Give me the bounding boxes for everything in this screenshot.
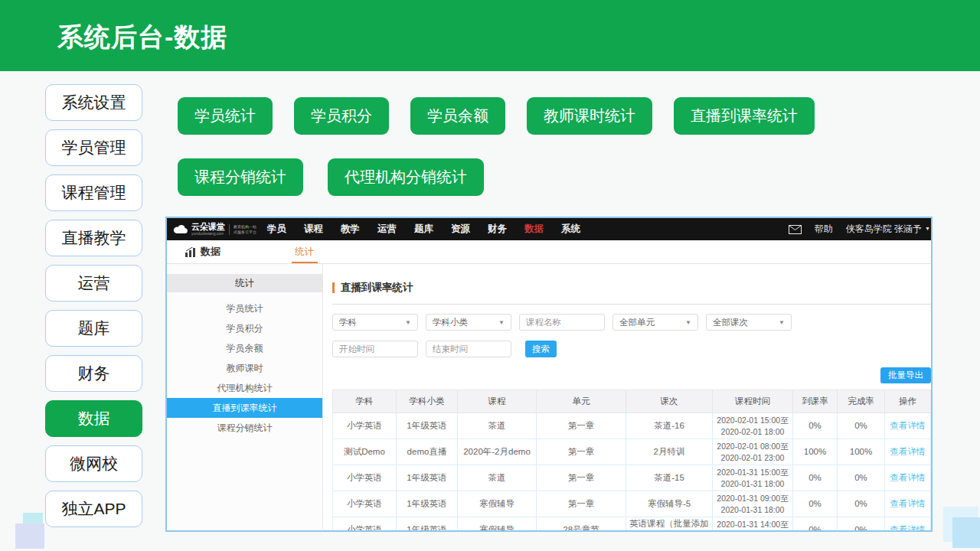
view-detail-link[interactable]: 查看详情 (890, 473, 926, 482)
decorative-square (15, 523, 44, 549)
sidebar-item-micro-school[interactable]: 微网校 (45, 445, 142, 482)
table-cell: demo直播 (397, 439, 458, 465)
table-cell: 2020-02-01 15:00至2020-02-01 18:00 (713, 413, 793, 439)
panel-item-course-distribution[interactable]: 课程分销统计 (167, 418, 322, 438)
nav-item-questions[interactable]: 题库 (414, 223, 433, 236)
mail-icon[interactable] (789, 225, 802, 234)
table-cell: 1年级英语 (397, 491, 458, 517)
view-detail-link[interactable]: 查看详情 (890, 421, 926, 430)
sidebar-item-standalone-app[interactable]: 独立APP (45, 491, 142, 527)
quick-button-student-points[interactable]: 学员积分 (294, 97, 389, 135)
tab-statistics[interactable]: 统计 (295, 240, 314, 263)
sidebar: 系统设置学员管理课程管理直播教学运营题库财务数据微网校独立APP (45, 84, 142, 536)
view-detail-link[interactable]: 查看详情 (890, 499, 926, 508)
quick-button-teacher-hours-stats[interactable]: 教师课时统计 (527, 97, 652, 135)
subject-subcategory-select[interactable]: 学科小类 ▼ (426, 314, 511, 331)
filter-row-1: 学科 ▼ 学科小类 ▼ 全部单元 ▼ 全部课次 ▼ (332, 314, 931, 331)
table-cell: 2020-01-31 14:00至2020-01-31 18:00 (713, 517, 793, 533)
logo-tagline: 教育机构一站 式服务云平台 (234, 224, 256, 235)
stats-main: 直播到课率统计 学科 ▼ 学科小类 ▼ 全部单元 ▼ (323, 264, 933, 530)
course-name-input[interactable] (519, 314, 605, 331)
filter-row-2: 搜索 (332, 341, 931, 357)
quick-button-student-stats[interactable]: 学员统计 (178, 97, 273, 135)
page-title: 系统后台-数据 (0, 0, 980, 55)
table-cell: 0% (838, 465, 885, 491)
table-cell: 小学英语 (333, 413, 397, 439)
table-row: 小学英语1年级英语寒假辅导28号章节英语课程（批量添加课次）-32020-01-… (333, 517, 931, 533)
nav-item-system[interactable]: 系统 (561, 223, 580, 236)
table-cell: 2020-02-01 08:00至2020-02-01 23:00 (713, 439, 793, 465)
nav-item-operation[interactable]: 运营 (377, 223, 397, 236)
table-row: 小学英语1年级英语寒假辅导第一章寒假辅导-52020-01-31 09:00至2… (333, 491, 931, 517)
sidebar-item-operations[interactable]: 运营 (45, 265, 142, 302)
table-cell: 1年级英语 (397, 413, 458, 439)
start-time-input[interactable] (332, 341, 418, 357)
column-header: 单元 (537, 390, 626, 413)
table-cell: 0% (793, 465, 838, 491)
admin-navbar: 云朵课堂 yunduoketang.com 教育机构一站 式服务云平台 学员课程… (167, 218, 931, 240)
lesson-select[interactable]: 全部课次 ▼ (706, 314, 792, 331)
table-cell: 0% (793, 517, 838, 533)
panel-item-agency-stats[interactable]: 代理机构统计 (167, 378, 322, 398)
column-header: 课次 (626, 390, 713, 413)
sidebar-item-live-teaching[interactable]: 直播教学 (45, 220, 142, 256)
search-button[interactable]: 搜索 (525, 341, 557, 357)
panel-item-student-points[interactable]: 学员积分 (167, 318, 322, 338)
nav-item-courses[interactable]: 课程 (304, 223, 323, 236)
nav-item-finance[interactable]: 财务 (488, 223, 507, 236)
panel-item-live-attendance-stats[interactable]: 直播到课率统计 (167, 398, 322, 418)
table-cell: 0% (838, 491, 885, 517)
quick-button-live-attendance-stats[interactable]: 直播到课率统计 (674, 97, 815, 135)
sidebar-item-data[interactable]: 数据 (45, 400, 142, 437)
table-cell-action: 查看详情 (885, 413, 931, 439)
view-detail-link[interactable]: 查看详情 (890, 447, 926, 456)
unit-select[interactable]: 全部单元 ▼ (612, 314, 698, 331)
quick-button-agency-distribution-stats[interactable]: 代理机构分销统计 (328, 158, 484, 196)
table-row: 测试Demodemo直播2020年-2月demo第一章2月特训2020-02-0… (333, 439, 931, 465)
table-cell: 第一章 (537, 491, 626, 517)
logo-domain: yunduoketang.com (191, 232, 225, 236)
stats-side-panel: 统计 学员统计学员积分学员余额教师课时代理机构统计直播到课率统计课程分销统计 (167, 264, 323, 530)
sidebar-item-finance[interactable]: 财务 (45, 355, 142, 392)
title-accent-bar (332, 282, 335, 293)
panel-item-student-balance[interactable]: 学员余额 (167, 338, 322, 358)
table-cell: 寒假辅导 (458, 491, 537, 517)
nav-item-resources[interactable]: 资源 (451, 223, 470, 236)
sidebar-item-course-management[interactable]: 课程管理 (45, 174, 142, 211)
table-cell: 100% (793, 439, 838, 465)
nav-item-students[interactable]: 学员 (267, 223, 286, 236)
table-cell-action: 查看详情 (885, 439, 931, 465)
sidebar-item-question-bank[interactable]: 题库 (45, 310, 142, 347)
nav-item-data[interactable]: 数据 (524, 223, 544, 236)
panel-item-teacher-hours[interactable]: 教师课时 (167, 358, 322, 378)
table-cell: 测试Demo (333, 439, 397, 465)
batch-export-button[interactable]: 批量导出 (880, 367, 931, 383)
table-cell: 茶道 (458, 413, 537, 439)
table-cell-action: 查看详情 (885, 491, 931, 517)
help-link[interactable]: 帮助 (815, 223, 833, 236)
table-cell: 寒假辅导-5 (626, 491, 713, 517)
section-data: 数据 (185, 245, 220, 259)
chevron-down-icon: ▼ (498, 319, 505, 326)
content-title: 直播到课率统计 (341, 281, 413, 295)
column-header: 学科小类 (397, 390, 458, 413)
quick-button-course-distribution-stats[interactable]: 课程分销统计 (178, 158, 303, 196)
logo-name: 云朵课堂 (191, 223, 225, 231)
view-detail-link[interactable]: 查看详情 (890, 525, 926, 532)
panel-item-student-stats[interactable]: 学员统计 (167, 298, 322, 318)
quick-button-student-balance[interactable]: 学员余额 (410, 97, 505, 135)
sidebar-item-system-settings[interactable]: 系统设置 (45, 84, 142, 121)
nav-item-teaching[interactable]: 教学 (341, 223, 360, 236)
end-time-input[interactable] (426, 341, 511, 357)
table-cell: 小学英语 (333, 465, 397, 491)
logo: 云朵课堂 yunduoketang.com 教育机构一站 式服务云平台 (167, 223, 256, 236)
table-cell: 英语课程（批量添加课次）-3 (626, 517, 713, 533)
column-header: 到课率 (793, 390, 838, 413)
table-cell: 2月特训 (626, 439, 713, 465)
table-cell: 2020年-2月demo (458, 439, 537, 465)
sidebar-item-student-management[interactable]: 学员管理 (45, 129, 142, 166)
table-cell: 小学英语 (333, 517, 397, 533)
account-menu[interactable]: 侠客岛学院 张涵予▼ (846, 223, 930, 236)
column-header: 课程 (458, 390, 537, 413)
subject-select[interactable]: 学科 ▼ (332, 314, 418, 331)
